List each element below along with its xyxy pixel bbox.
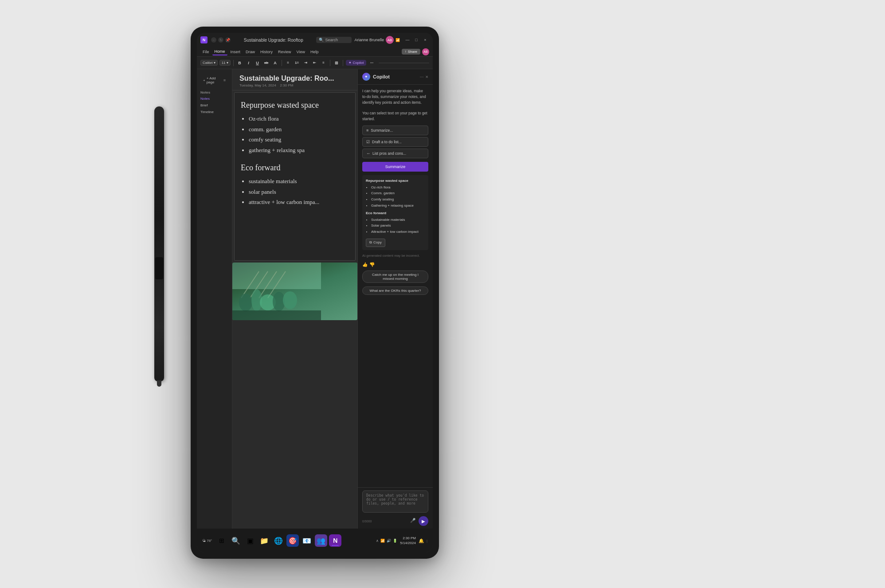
copilot-input-toolbar: 0/3000 🎤 ▶ <box>362 516 428 526</box>
result-heading-2: Eco forward <box>366 211 425 216</box>
menu-history[interactable]: History <box>258 49 275 55</box>
thumbs-down-icon[interactable]: 👎 <box>369 262 375 267</box>
align-btn[interactable]: ≡ <box>320 59 327 67</box>
menu-file[interactable]: File <box>200 49 211 55</box>
bullet-2-1: sustainable materials <box>249 177 349 186</box>
ai-disclaimer: AI-generated content may be incorrect. <box>362 254 428 258</box>
suggestion-1[interactable]: Catch me up on the meeting I missed morn… <box>362 270 428 283</box>
sidebar-page-notes[interactable]: Notes <box>197 95 232 102</box>
bold-btn[interactable]: B <box>236 59 243 67</box>
strikethrough-btn[interactable]: ab <box>263 59 270 67</box>
table-btn[interactable]: ⊞ <box>333 59 340 67</box>
suggestion-2[interactable]: What are the OKRs this quarter? <box>362 286 428 295</box>
copilot-input[interactable] <box>362 490 428 513</box>
note-header: Sustainable Upgrade: Roo... Tuesday, May… <box>232 69 357 90</box>
underline-btn[interactable]: U <box>254 59 261 67</box>
back-btn[interactable]: ← <box>211 37 216 43</box>
font-size-selector[interactable]: 11 ▾ <box>219 60 231 66</box>
taskbar-browser[interactable]: 🌐 <box>272 534 285 547</box>
copilot-more-btn[interactable]: ··· <box>419 74 423 79</box>
menu-help[interactable]: Help <box>308 49 321 55</box>
send-btn[interactable]: ▶ <box>419 516 428 526</box>
sidebar-page-brief[interactable]: Brief <box>197 102 232 109</box>
copilot-close-btn[interactable]: × <box>426 74 428 79</box>
font-selector[interactable]: Calibri ▾ <box>200 60 218 66</box>
italic-btn[interactable]: I <box>245 59 252 67</box>
share-button[interactable]: ↑ Share <box>402 49 420 55</box>
copilot-intro-text: I can help you generate ideas, make to-d… <box>362 88 428 105</box>
systray-chevron[interactable]: ∧ <box>376 539 379 543</box>
close-btn[interactable]: × <box>421 36 429 44</box>
pin-btn[interactable]: 📌 <box>225 37 231 43</box>
copilot-ribbon-icon: ✦ <box>349 61 352 65</box>
taskbar: 🌤 78° ⊞ 🔍 ▣ 📁 🌐 🎯 📧 👥 N ∧ 📶 🔊 🔋 <box>197 529 433 553</box>
notification-icon[interactable]: 🔔 <box>419 538 424 543</box>
bullet-1-3: comfy seating <box>249 135 349 145</box>
weather-display: 🌤 78° <box>202 539 212 543</box>
menu-insert[interactable]: Insert <box>228 49 243 55</box>
show-desktop-icon[interactable]: | <box>427 539 427 543</box>
menu-draw[interactable]: Draw <box>243 49 257 55</box>
forward-btn[interactable]: ↻ <box>218 37 223 43</box>
bullet-1-2: comm. garden <box>249 125 349 134</box>
taskbar-teams[interactable]: 👥 <box>315 534 327 547</box>
copilot-panel-title: Copilot <box>373 74 390 79</box>
svg-point-5 <box>239 294 252 311</box>
result-item-2-2: Solar panels <box>371 223 425 229</box>
draft-todo-label: Draft a to do list... <box>372 140 402 144</box>
greenhouse-svg <box>232 263 357 320</box>
copilot-ribbon-btn[interactable]: ✦ Copilot <box>346 60 367 66</box>
maximize-btn[interactable]: □ <box>412 36 420 44</box>
taskbar-app1[interactable]: 🎯 <box>286 534 299 547</box>
draft-todo-btn[interactable]: ☑ Draft a to do list... <box>362 137 428 147</box>
taskbar-windows[interactable]: ⊞ <box>215 534 228 547</box>
user-info: Arianne Brunelle AB 📶 <box>354 36 400 44</box>
thumbs-up-icon[interactable]: 👍 <box>362 262 368 267</box>
tablet: N ← ↻ 📌 Sustainable Upgrade: Rooftop 🔍 S… <box>191 27 439 559</box>
font-name: Calibri <box>203 61 213 65</box>
add-page-btn[interactable]: + + Add page <box>200 74 223 86</box>
note-title: Sustainable Upgrade: Roo... <box>239 74 350 82</box>
indent-btn[interactable]: ⇥ <box>302 59 309 67</box>
menu-review[interactable]: Review <box>276 49 294 55</box>
note-date: Tuesday, May 14, 2024 2:30 PM <box>239 83 350 87</box>
list-btn[interactable]: ≡ <box>285 59 292 67</box>
pros-cons-label: List pros and cons... <box>372 151 406 156</box>
systray-battery: 🔋 <box>393 539 397 543</box>
systray-wifi: 📶 <box>380 539 385 543</box>
systray-volume[interactable]: 🔊 <box>387 539 391 543</box>
copy-label: Copy <box>373 240 382 246</box>
title-bar: N ← ↻ 📌 Sustainable Upgrade: Rooftop 🔍 S… <box>197 33 433 47</box>
summarize-action-btn[interactable]: ≡ Summarize... <box>362 125 428 135</box>
menu-bar: File Home Insert Draw History Review Vie… <box>197 47 433 57</box>
svg-point-9 <box>283 291 297 309</box>
ribbon-divider-2 <box>282 60 282 66</box>
numbered-list-btn[interactable]: 1≡ <box>294 59 301 67</box>
search-box[interactable]: 🔍 Search <box>316 37 352 43</box>
menu-view[interactable]: View <box>294 49 307 55</box>
stylus-button <box>155 257 163 279</box>
summarize-execute-btn[interactable]: Summarize <box>362 162 428 172</box>
outdent-btn[interactable]: ⇤ <box>311 59 318 67</box>
bullet-1-1: Oz-rich flora <box>249 114 349 124</box>
user-avatar: AB <box>386 36 394 44</box>
more-options-btn[interactable]: ··· <box>368 59 375 67</box>
taskbar-search[interactable]: 🔍 <box>230 534 242 547</box>
notes-section-label: Notes <box>197 88 232 95</box>
taskbar-task-view[interactable]: ▣ <box>244 534 256 547</box>
taskbar-files[interactable]: 📁 <box>258 534 270 547</box>
char-count: 0/3000 <box>362 520 372 523</box>
pros-cons-btn[interactable]: ↔ List pros and cons... <box>362 149 428 158</box>
taskbar-outlook[interactable]: 📧 <box>301 534 313 547</box>
taskbar-onenote[interactable]: N <box>329 534 341 547</box>
copilot-select-hint: You can select text on your page to get … <box>362 110 428 122</box>
menu-home[interactable]: Home <box>212 48 227 55</box>
search-icon: 🔍 <box>319 38 324 42</box>
mic-btn[interactable]: 🎤 <box>409 516 417 524</box>
minimize-btn[interactable]: — <box>403 36 411 44</box>
sidebar-page-timeline[interactable]: Timeline <box>197 109 232 115</box>
copy-button[interactable]: ⧉ Copy <box>366 239 385 247</box>
font-color-btn[interactable]: A <box>272 59 279 67</box>
taskbar-time-display: 2:30 PM <box>400 536 416 541</box>
section-2-bullets: sustainable materials solar panels attra… <box>241 177 349 207</box>
